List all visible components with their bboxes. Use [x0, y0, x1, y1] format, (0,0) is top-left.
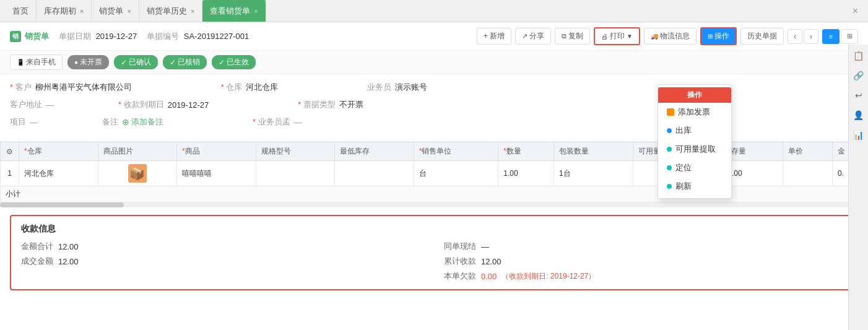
tab-close-view-sales[interactable]: ×	[254, 7, 258, 15]
cumulative-row: 累计收款 12.00	[444, 256, 847, 267]
payment-date-field: 收款到期日 2019-12-27	[118, 99, 209, 110]
dropdown-available-qty[interactable]: 可用量提取	[658, 140, 731, 158]
refresh-icon	[667, 184, 672, 189]
nav-arrows: ‹ ›	[788, 29, 818, 44]
table-row: 1 河北仓库 📦 嘻嘻嘻嘻 台 1.00 1台 12.00	[1, 161, 868, 186]
doc-meta: 单据日期 2019-12-27 单据编号 SA-20191227-001	[59, 31, 249, 42]
tab-close-sales[interactable]: ×	[127, 7, 131, 15]
total-amount-row: 金额合计 12.00	[21, 241, 424, 252]
doc-type-label: 销货单	[25, 31, 49, 42]
th-product: *商品	[177, 142, 256, 161]
th-quantity: *数量	[498, 142, 554, 161]
th-warehouse: *仓库	[19, 142, 98, 161]
tab-sales-history[interactable]: 销货单历史 ×	[139, 0, 202, 22]
warehouse-field: 仓库 河北仓库	[221, 82, 279, 93]
th-spec: 规格型号	[256, 142, 335, 161]
sidebar-icon-link[interactable]: 🔗	[850, 67, 867, 84]
view-grid-button[interactable]: ⊞	[841, 29, 858, 44]
invoice-status-button[interactable]: ● 未开票	[67, 55, 109, 69]
outbound-icon	[667, 128, 672, 133]
tab-close-history[interactable]: ×	[191, 7, 194, 15]
due-row: 本单欠款 0.00 （收款到期日: 2019-12-27）	[444, 271, 847, 282]
scrollbar-thumb[interactable]	[0, 202, 124, 207]
doc-type-icon: 销	[10, 31, 21, 42]
actions-dropdown: 操作 添加发票 出库 可用量提取 定位 刷新	[658, 84, 732, 199]
th-min-stock: 最低库存	[335, 142, 414, 161]
product-table: ⚙ *仓库 商品图片 *商品 规格型号 最低库存 *销售单位 *数量 包装数量 …	[0, 141, 868, 207]
dropdown-refresh[interactable]: 刷新	[658, 177, 731, 196]
doc-number-value: SA-20191227-001	[184, 32, 250, 41]
prev-button[interactable]: ‹	[788, 29, 802, 44]
dropdown-outbound[interactable]: 出库	[658, 121, 731, 140]
payment-info-grid: 金额合计 12.00 同单现结 — 成交金额 12.00 累计收款 12.00	[21, 241, 847, 282]
doc-date-value: 2019-12-27	[96, 32, 137, 41]
print-button[interactable]: 🖨 打印 ▼	[594, 27, 640, 45]
note-field: 备注 ⊕ 添加备注	[102, 116, 163, 128]
project-field: 项目 —	[10, 116, 38, 128]
logistics-button[interactable]: 🚚 物流信息	[644, 28, 697, 45]
actions-button[interactable]: ⊞ 操作	[700, 27, 737, 45]
same-order-row: 同单现结 —	[444, 241, 847, 252]
dropdown-title: 操作	[658, 87, 731, 103]
payment-info-title: 收款信息	[21, 224, 847, 235]
dropdown-locate[interactable]: 定位	[658, 158, 731, 177]
number-label: 单据编号 SA-20191227-001	[147, 31, 249, 42]
th-pack-qty: 包装数量	[553, 142, 633, 161]
table-scrollbar[interactable]	[0, 202, 868, 207]
tab-view-sales[interactable]: 查看销货单 ×	[202, 0, 266, 22]
right-sidebar: 📋 🔗 ↩ 👤 📊 ⤢	[848, 45, 868, 330]
copy-button[interactable]: ⧉ 复制	[555, 28, 590, 45]
ticket-type-field: 票据类型 不开票	[298, 99, 363, 110]
sidebar-icon-chart[interactable]: 📊	[850, 126, 867, 144]
cancel-button[interactable]: ✓ 已核销	[163, 55, 207, 69]
th-product-img: 商品图片	[98, 142, 177, 161]
sub-toolbar: 📱 来自手机 ● 未开票 ✓ 已确认 ✓ 已核销 ✓ 已生效	[0, 51, 868, 74]
phone-button[interactable]: 📱 来自手机	[10, 54, 63, 70]
sidebar-icon-user[interactable]: 👤	[850, 106, 867, 124]
toolbar: + 新增 ↗ 分享 ⧉ 复制 🖨 打印 ▼ 🚚 物流信息	[477, 27, 858, 45]
payment-info-panel: 收款信息 金额合计 12.00 同单现结 — 成交金额 12.00 累计收款 1…	[10, 215, 858, 290]
add-note-button[interactable]: ⊕ 添加备注	[122, 116, 163, 128]
tab-home[interactable]: 首页	[5, 0, 37, 22]
customer-field: 客户 柳州粤港平安气体有限公司	[10, 82, 132, 93]
doc-title: 销 销货单	[10, 31, 49, 42]
form-area: 客户 柳州粤港平安气体有限公司 仓库 河北仓库 业务员 演示账号 客户地址 —	[0, 74, 868, 141]
sidebar-icon-list[interactable]: 📋	[850, 47, 867, 64]
tab-inventory-init[interactable]: 库存期初 ×	[37, 0, 92, 22]
window-close-button[interactable]: ×	[848, 6, 863, 17]
doc-header: 销 销货单 单据日期 2019-12-27 单据编号 SA-20191227-0…	[0, 22, 868, 51]
tab-close-inventory[interactable]: ×	[80, 7, 84, 15]
view-toggle: ≡ ⊞	[822, 29, 858, 44]
settings-icon[interactable]: ⚙	[6, 147, 13, 156]
effective-button[interactable]: ✓ 已生效	[212, 55, 256, 69]
available-qty-icon	[667, 147, 672, 152]
transaction-row: 成交金额 12.00	[21, 256, 424, 267]
share-button[interactable]: ↗ 分享	[515, 28, 551, 45]
view-list-button[interactable]: ≡	[822, 29, 840, 44]
th-settings[interactable]: ⚙	[1, 142, 19, 161]
new-button[interactable]: + 新增	[477, 28, 511, 45]
tab-sales-order[interactable]: 销货单 ×	[92, 0, 139, 22]
confirm-button[interactable]: ✓ 已确认	[114, 55, 158, 69]
th-unit-price: 单价	[783, 142, 832, 161]
staff-field: 业务员 演示账号	[367, 82, 427, 93]
add-invoice-icon	[667, 108, 674, 116]
sidebar-icon-undo[interactable]: ↩	[850, 87, 867, 104]
next-button[interactable]: ›	[804, 29, 818, 44]
th-sales-unit: *销售单位	[414, 142, 498, 161]
sales-staff-field: 业务员孟 —	[253, 116, 302, 128]
dropdown-add-invoice[interactable]: 添加发票	[658, 103, 731, 121]
locate-icon	[667, 165, 672, 170]
subtotal-row: 小计	[1, 186, 868, 202]
date-label: 单据日期 2019-12-27	[59, 31, 137, 42]
history-button[interactable]: 历史单据	[740, 28, 784, 45]
main-content: 销 销货单 单据日期 2019-12-27 单据编号 SA-20191227-0…	[0, 22, 868, 330]
tab-bar: 首页 库存期初 × 销货单 × 销货单历史 × 查看销货单 × ×	[0, 0, 868, 22]
address-field: 客户地址 —	[10, 99, 54, 110]
